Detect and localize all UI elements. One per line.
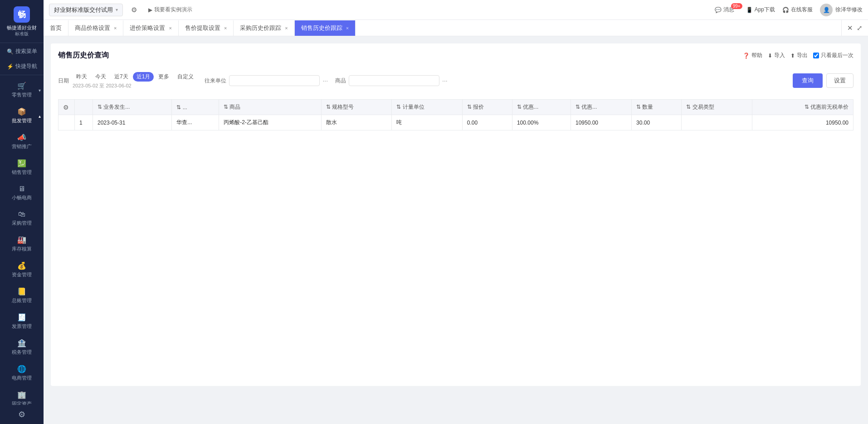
th-price[interactable]: ⇅ 报价	[462, 100, 512, 115]
tab-close-icon[interactable]: ×	[224, 25, 227, 31]
sidebar: 畅 畅捷通好业财 标准版 🔍 搜索菜单 ⚡ 快捷导航 🛒 零售管理 ▾ 📦 批发…	[0, 0, 44, 424]
app-download-button[interactable]: 📱 App下载	[746, 6, 775, 14]
th-discount2[interactable]: ⇅ 优惠...	[571, 100, 631, 115]
demo-button[interactable]: ▶ 我要看实例演示	[145, 4, 196, 15]
source-unit-input[interactable]	[229, 75, 320, 86]
date-btn-7days[interactable]: 近7天	[111, 72, 132, 82]
th-date[interactable]: ⇅ 业务发生...	[93, 100, 172, 115]
sort-icon: ⇅	[517, 104, 522, 110]
help-icon: ❓	[743, 53, 750, 59]
th-ellipsis[interactable]: ⇅ ...	[172, 100, 219, 115]
export-button[interactable]: ⬆ 导出	[790, 52, 808, 59]
tab-close-icon[interactable]: ×	[346, 25, 349, 31]
td-date: 2023-05-31	[93, 115, 172, 130]
date-btn-custom[interactable]: 自定义	[174, 72, 197, 82]
online-service-button[interactable]: 🎧 在线客服	[782, 6, 813, 14]
sidebar-item-ecommerce-small[interactable]: 🖥 小畅电商	[0, 180, 44, 206]
sidebar-item-label: 电商管理	[12, 375, 32, 381]
sidebar-item-label: 总账管理	[12, 297, 32, 304]
sidebar-item-purchase[interactable]: 🛍 采购管理	[0, 206, 44, 231]
ecommerce-small-icon: 🖥	[18, 185, 25, 193]
date-range-text: 2023-05-02 至 2023-06-02	[73, 82, 197, 89]
messages-button[interactable]: 💬 消息 99+	[710, 6, 739, 14]
th-spec[interactable]: ⇅ 规格型号	[322, 100, 392, 115]
th-pretax-price[interactable]: ⇅ 优惠前无税单价	[752, 100, 853, 115]
sort-icon: ⇅	[98, 104, 102, 110]
message-icon: 💬	[715, 7, 722, 13]
sidebar-item-ecommerce[interactable]: 🌐 电商管理	[0, 360, 44, 386]
sidebar-item-sales[interactable]: 💹 销售管理	[0, 154, 44, 180]
tab-close-icon[interactable]: ×	[114, 25, 117, 31]
tab-sale-history[interactable]: 销售历史价跟踪 ×	[295, 20, 356, 36]
tab-label: 销售历史价跟踪	[301, 24, 342, 32]
tab-close-icon[interactable]: ×	[285, 25, 288, 31]
logo-text: 畅捷通好业财	[7, 24, 37, 31]
sidebar-item-assets[interactable]: 🏢 固定资产	[0, 386, 44, 405]
topbar: 好业财标准版交付试用 ▾ ⚙ ▶ 我要看实例演示 💬 消息 99+ 📱 App下…	[44, 0, 868, 20]
tab-close-icon[interactable]: ×	[169, 25, 171, 31]
main-panel: 好业财标准版交付试用 ▾ ⚙ ▶ 我要看实例演示 💬 消息 99+ 📱 App下…	[44, 0, 868, 424]
sidebar-item-finance[interactable]: 💰 资金管理	[0, 257, 44, 283]
tabbar-controls: ✕ ⤢	[841, 20, 868, 36]
date-btn-1month[interactable]: 近1月	[133, 72, 154, 82]
th-goods[interactable]: ⇅ 商品	[219, 100, 322, 115]
sort-icon: ⇅	[636, 104, 641, 110]
data-table: ⚙ ⇅ 业务发生... ⇅ ... ⇅ 商品	[58, 99, 853, 130]
sidebar-item-inventory[interactable]: 🏭 库存核算	[0, 231, 44, 257]
tab-purchase-strategy[interactable]: 进价策略设置 ×	[123, 20, 178, 36]
th-discount1[interactable]: ⇅ 优惠...	[512, 100, 571, 115]
date-filter-label: 日期	[58, 77, 69, 85]
purchase-icon: 🛍	[18, 210, 25, 218]
sort-icon: ⇅	[575, 104, 580, 110]
date-btn-yesterday[interactable]: 昨天	[73, 72, 91, 82]
topbar-settings-button[interactable]: ⚙	[127, 4, 140, 16]
ledger-icon: 📒	[17, 287, 26, 296]
user-profile[interactable]: 👤 徐泽华修改	[820, 4, 863, 16]
sort-icon: ⇅	[396, 104, 401, 110]
sidebar-item-marketing[interactable]: 📣 营销推广	[0, 129, 44, 154]
tax-icon: 🏦	[17, 339, 26, 347]
source-unit-more-icon[interactable]: ···	[322, 77, 328, 84]
messages-badge: 99+	[731, 3, 742, 9]
td-pretax-price: 10950.00	[752, 115, 853, 130]
goods-more-icon[interactable]: ···	[442, 77, 448, 84]
query-button[interactable]: 查询	[793, 73, 823, 88]
date-btn-more[interactable]: 更多	[155, 72, 173, 82]
th-settings[interactable]: ⚙	[59, 100, 75, 115]
help-button[interactable]: ❓ 帮助	[743, 52, 762, 59]
tab-sale-extract[interactable]: 售价提取设置 ×	[179, 20, 234, 36]
tab-home[interactable]: 首页	[44, 20, 68, 36]
expand-tab-button[interactable]: ⤢	[855, 23, 864, 33]
sidebar-settings-button[interactable]: ⚙	[0, 405, 44, 424]
only-last-input[interactable]	[813, 53, 819, 58]
date-btn-today[interactable]: 今天	[92, 72, 110, 82]
tab-goods-price[interactable]: 商品价格设置 ×	[68, 20, 123, 36]
sidebar-quick-nav[interactable]: ⚡ 快捷导航	[0, 60, 44, 73]
settings-button[interactable]: 设置	[826, 73, 853, 88]
td-goods: 丙烯酸-2-乙基己酯	[219, 115, 322, 130]
sidebar-search[interactable]: 🔍 搜索菜单	[0, 43, 44, 60]
sidebar-item-wholesale[interactable]: 📦 批发管理 ▴	[0, 103, 44, 129]
table-gear-icon[interactable]: ⚙	[63, 104, 69, 111]
only-last-checkbox[interactable]: 只看最后一次	[813, 52, 853, 59]
import-icon: ⬇	[768, 53, 772, 59]
sidebar-item-tax[interactable]: 🏦 税务管理	[0, 334, 44, 360]
import-button[interactable]: ⬇ 导入	[768, 52, 785, 59]
tab-purchase-history[interactable]: 采购历史价跟踪 ×	[234, 20, 294, 36]
td-col3: 华查...	[172, 115, 219, 130]
th-qty[interactable]: ⇅ 数量	[632, 100, 682, 115]
goods-input[interactable]	[349, 75, 439, 86]
module-name: 好业财标准版交付试用	[54, 6, 113, 14]
tabbar: 首页 商品价格设置 × 进价策略设置 × 售价提取设置 × 采购历史价跟踪 × …	[44, 20, 868, 36]
sidebar-item-label: 销售管理	[12, 169, 32, 176]
th-trans-type[interactable]: ⇅ 交易类型	[682, 100, 752, 115]
sidebar-item-retail[interactable]: 🛒 零售管理 ▾	[0, 77, 44, 103]
sidebar-item-invoice[interactable]: 🧾 发票管理	[0, 308, 44, 334]
goods-filter: 商品 ···	[335, 75, 448, 86]
sidebar-item-ledger[interactable]: 📒 总账管理	[0, 283, 44, 308]
module-selector[interactable]: 好业财标准版交付试用 ▾	[49, 4, 123, 16]
phone-icon: 📱	[746, 7, 753, 13]
th-unit[interactable]: ⇅ 计量单位	[392, 100, 462, 115]
export-icon: ⬆	[790, 53, 795, 59]
close-tab-button[interactable]: ✕	[845, 23, 855, 33]
